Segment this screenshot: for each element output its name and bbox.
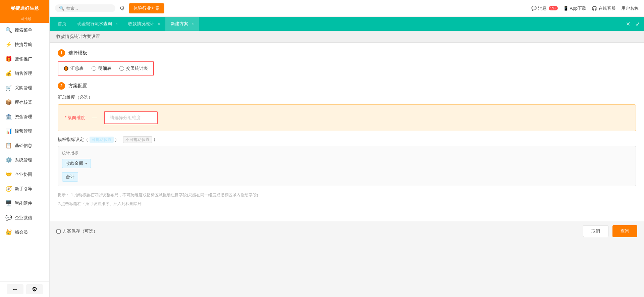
sidebar-item-basic-info[interactable]: 📋 基础信息 xyxy=(0,138,49,153)
sidebar-item-label: 新手引导 xyxy=(15,186,32,192)
hardware-icon: 🖥️ xyxy=(5,200,12,206)
breadcrumb: 收款情况统计方案设置 xyxy=(50,31,644,43)
sidebar-item-inventory[interactable]: 📦 库存核算 xyxy=(0,95,49,109)
tab-cash-flow-label: 现金银行流水查询 xyxy=(77,21,112,27)
sidebar-item-label: 畅会员 xyxy=(15,229,28,235)
service-icon: 🎧 xyxy=(592,6,597,11)
metric-tag-shoukuan[interactable]: 收款金额 ▾ xyxy=(62,159,91,168)
sidebar-item-wechat[interactable]: 💬 企业微信 xyxy=(0,210,49,225)
guide-icon: 🧭 xyxy=(5,186,12,192)
sidebar-item-hardware[interactable]: 🖥️ 智能硬件 xyxy=(0,196,49,210)
tab-close-all-icon[interactable]: ✕ xyxy=(625,19,632,29)
tabbar-right: ✕ ⤢ xyxy=(625,19,641,29)
vertical-dim-label: * 纵向维度 xyxy=(65,115,85,121)
radio-cross[interactable] xyxy=(119,66,124,71)
system-icon: ⚙️ xyxy=(5,157,12,163)
sidebar-item-operation[interactable]: 📊 经营管理 xyxy=(0,124,49,138)
step2-num: 2 xyxy=(58,82,65,90)
tab-receipt-stat[interactable]: 收款情况统计 × xyxy=(123,17,165,31)
app-download-btn[interactable]: 📱 App下载 xyxy=(563,5,586,11)
finance-icon: 🏦 xyxy=(5,113,12,120)
notification-badge: 99+ xyxy=(549,6,558,10)
user-info[interactable]: 用户名称 xyxy=(621,5,639,11)
footer-buttons: 取消 查询 xyxy=(583,225,637,237)
sidebar-item-label: 采购管理 xyxy=(15,85,32,91)
tab-cash-flow[interactable]: 现金银行流水查询 × xyxy=(72,17,123,31)
download-label: App下载 xyxy=(570,5,586,11)
tab-new-plan-close[interactable]: × xyxy=(192,22,194,26)
main-area: 🔍 ⚙ 体验行业方案 💬 消息 99+ 📱 App下载 🎧 在线客服 用户名称 xyxy=(50,0,644,297)
sidebar-item-guide[interactable]: 🧭 新手引导 xyxy=(0,182,49,196)
step1-title: 选择模板 xyxy=(68,50,87,56)
hint1: 提示： 1.拖动标题栏可以调整布局，不可跨维度或指标区域拖动栏目字段(只能在同一… xyxy=(58,192,636,199)
subtotal-row: 合计 xyxy=(62,170,632,182)
sidebar-item-label: 企业协同 xyxy=(15,171,32,178)
metric-subtotal: 合计 xyxy=(62,172,78,182)
sidebar-item-finance[interactable]: 🏦 资金管理 xyxy=(0,109,49,124)
search-input[interactable] xyxy=(66,6,113,11)
form-container: 1 选择模板 汇总表 明细表 交叉统计表 xyxy=(50,43,644,221)
cancel-button[interactable]: 取消 xyxy=(583,225,608,237)
tabbar: 首页 现金银行流水查询 × 收款情况统计 × 新建方案 × ✕ ⤢ xyxy=(50,17,644,31)
save-checkbox[interactable] xyxy=(56,229,61,234)
sidebar-item-member[interactable]: 👑 畅会员 xyxy=(0,225,49,239)
app-logo: 畅捷通好生意 xyxy=(0,0,49,17)
tab-receipt-stat-close[interactable]: × xyxy=(158,22,160,26)
radio-detail[interactable] xyxy=(92,66,96,71)
step2-header: 2 方案配置 xyxy=(58,82,636,90)
sidebar-item-marketing[interactable]: 🎁 营销推广 xyxy=(0,52,49,66)
tab-home[interactable]: 首页 xyxy=(52,17,72,31)
cooperation-icon: 🤝 xyxy=(5,171,12,178)
radio-summary[interactable] xyxy=(64,66,68,71)
sidebar-item-search[interactable]: 🔍 搜索菜单 xyxy=(0,23,49,37)
bottom-bar: 方案保存（可选） 取消 查询 xyxy=(50,221,644,241)
tab-home-label: 首页 xyxy=(58,21,66,27)
notification-label: 消息 xyxy=(538,5,547,11)
save-option[interactable]: 方案保存（可选） xyxy=(56,228,98,234)
sidebar-item-label: 系统管理 xyxy=(15,157,32,163)
step1-header: 1 选择模板 xyxy=(58,49,636,57)
customer-service-btn[interactable]: 🎧 在线客服 xyxy=(592,5,616,11)
app-edition: 标准版 xyxy=(0,17,49,23)
sidebar-item-quick-nav[interactable]: ⚡ 快捷导航 xyxy=(0,37,49,52)
step2-section: 2 方案配置 汇总维度（必选） * 纵向维度 — 请选择分组维度 模板指标设定（… xyxy=(58,82,636,207)
sidebar-item-label: 基础信息 xyxy=(15,143,32,149)
inventory-icon: 📦 xyxy=(5,99,12,105)
search-icon: 🔍 xyxy=(5,27,12,33)
sidebar-item-label: 快捷导航 xyxy=(15,42,32,48)
sidebar-collapse-btn[interactable]: ← xyxy=(7,284,23,294)
member-icon: 👑 xyxy=(5,229,12,235)
settings-icon[interactable]: ⚙ xyxy=(119,5,125,12)
search-bar[interactable]: 🔍 xyxy=(55,4,115,12)
tab-new-plan-label: 新建方案 xyxy=(171,21,188,27)
option-detail-label: 明细表 xyxy=(98,65,111,71)
metric-tag-chevron[interactable]: ▾ xyxy=(85,161,87,166)
fixed-legend-sample: 不可拖动位置 xyxy=(123,136,152,143)
sidebar-item-system[interactable]: ⚙️ 系统管理 xyxy=(0,153,49,167)
tab-expand-icon[interactable]: ⤢ xyxy=(634,19,641,29)
query-button[interactable]: 查询 xyxy=(612,225,637,237)
sidebar-item-cooperation[interactable]: 🤝 企业协同 xyxy=(0,167,49,182)
tab-new-plan[interactable]: 新建方案 × xyxy=(165,17,199,31)
sidebar-item-sales[interactable]: 💰 销售管理 xyxy=(0,66,49,81)
group-dim-select[interactable]: 请选择分组维度 xyxy=(104,111,158,124)
topbar: 🔍 ⚙ 体验行业方案 💬 消息 99+ 📱 App下载 🎧 在线客服 用户名称 xyxy=(50,0,644,17)
option-summary[interactable]: 汇总表 xyxy=(64,65,84,71)
sidebar-item-purchase[interactable]: 🛒 采购管理 xyxy=(0,81,49,95)
metric-tag-label: 收款金额 xyxy=(66,160,83,166)
sidebar-item-label: 搜索菜单 xyxy=(15,27,32,33)
option-cross[interactable]: 交叉统计表 xyxy=(119,65,148,71)
step1-num: 1 xyxy=(58,49,65,57)
marketing-icon: 🎁 xyxy=(5,56,12,62)
trial-button[interactable]: 体验行业方案 xyxy=(129,3,164,13)
notification-btn[interactable]: 💬 消息 99+ xyxy=(531,5,558,11)
hint2: 2.点击标题栏下拉可设置排序、插入列和删除列 xyxy=(58,200,636,208)
sales-icon: 💰 xyxy=(5,70,12,77)
option-detail[interactable]: 明细表 xyxy=(92,65,111,71)
sidebar-item-label: 智能硬件 xyxy=(15,200,32,206)
sidebar-item-label: 库存核算 xyxy=(15,99,32,105)
download-icon: 📱 xyxy=(563,6,569,11)
sidebar-settings-btn[interactable]: ⚙ xyxy=(26,284,43,294)
template-options-group: 汇总表 明细表 交叉统计表 xyxy=(58,61,154,76)
tab-cash-flow-close[interactable]: × xyxy=(115,22,117,26)
